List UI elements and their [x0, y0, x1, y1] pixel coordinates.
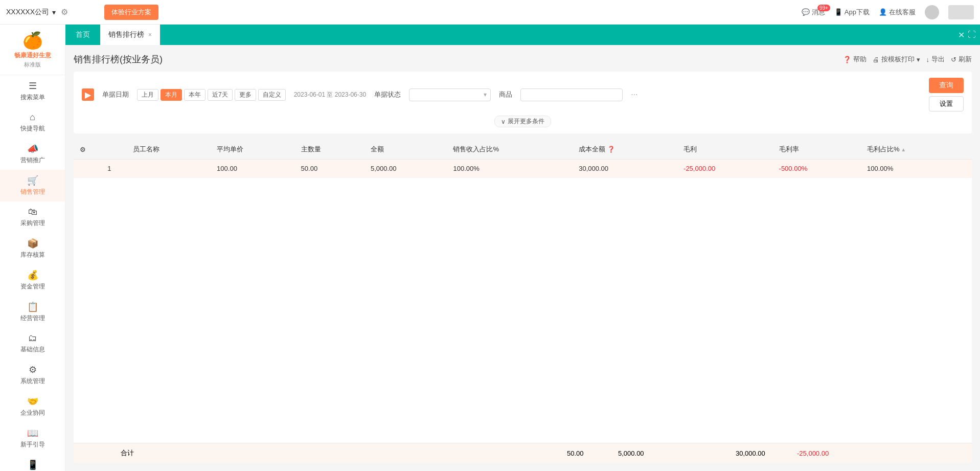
- th-name: 员工名称: [127, 140, 211, 160]
- guide-icon: 📖: [27, 428, 38, 439]
- sidebar-item-finance[interactable]: 💰 资金管理: [0, 264, 65, 296]
- help-icon: ❓: [843, 56, 851, 63]
- period-more[interactable]: 更多: [235, 89, 256, 101]
- company-dropdown-icon[interactable]: ▾: [52, 8, 56, 16]
- goods-label: 商品: [499, 90, 512, 99]
- sidebar-item-label: 资金管理: [20, 282, 45, 291]
- tab-close-window-icon[interactable]: ✕: [958, 30, 965, 40]
- sidebar-item-shortcut[interactable]: ⌂ 快捷导航: [0, 107, 65, 138]
- sidebar-item-inventory[interactable]: 📦 库存核算: [0, 233, 65, 264]
- page-actions: ❓ 帮助 🖨 按模板打印 ▾ ↓ 导出 ↺ 刷新: [843, 55, 972, 64]
- enterprise-icon: 🤝: [27, 396, 38, 407]
- search-menu-icon: ☰: [29, 80, 37, 92]
- company-selector[interactable]: XXXXXX公司 ▾ ⚙: [6, 7, 98, 17]
- tab-expand-icon[interactable]: ⛶: [968, 30, 976, 39]
- cell-amount: 5,000.00: [364, 160, 447, 178]
- sidebar-item-operations[interactable]: 📋 经营管理: [0, 296, 65, 328]
- footer-label: 合计: [121, 448, 516, 458]
- more-conditions-dots[interactable]: ···: [631, 90, 637, 99]
- settings-btn[interactable]: 设置: [929, 96, 964, 111]
- print-btn[interactable]: 🖨 按模板打印 ▾: [873, 55, 920, 64]
- help-btn[interactable]: ❓ 帮助: [843, 55, 867, 64]
- settings-icon[interactable]: ⚙: [61, 7, 68, 17]
- cost-help-icon[interactable]: ❓: [607, 146, 615, 153]
- period-current-month[interactable]: 本月: [161, 89, 182, 101]
- filter-row: ▶ 单据日期 上月 本月 本年 近7天 更多 自定义 2023-06-01 至 …: [82, 78, 964, 111]
- period-7days[interactable]: 近7天: [208, 89, 233, 101]
- sidebar-item-system[interactable]: ⚙ 系统管理: [0, 359, 65, 391]
- sidebar-item-enterprise[interactable]: 🤝 企业协同: [0, 391, 65, 422]
- status-select-wrapper[interactable]: [409, 88, 491, 101]
- period-buttons: 上月 本月 本年 近7天 更多 自定义: [137, 89, 286, 101]
- goods-input[interactable]: [520, 88, 623, 101]
- print-icon: 🖨: [873, 56, 879, 63]
- print-dropdown-icon[interactable]: ▾: [917, 56, 920, 63]
- avatar[interactable]: [925, 5, 939, 19]
- sidebar-item-sales[interactable]: 🛒 销售管理: [0, 170, 65, 201]
- tab-close-icon[interactable]: ×: [148, 31, 152, 38]
- export-btn[interactable]: ↓ 导出: [926, 55, 945, 64]
- refresh-btn[interactable]: ↺ 刷新: [951, 55, 972, 64]
- sidebar-item-label: 基础信息: [20, 345, 45, 354]
- logo-title: 畅康通好生意: [14, 51, 51, 60]
- th-settings: ⚙: [74, 140, 92, 160]
- service-icon: 👤: [879, 8, 887, 16]
- sidebar-item-search[interactable]: ☰ 搜索菜单: [0, 75, 65, 107]
- logo-icon: 🍊: [22, 31, 43, 50]
- period-prev-month[interactable]: 上月: [137, 89, 158, 101]
- footer-qty: 50.00: [567, 450, 618, 457]
- experience-btn[interactable]: 体验行业方案: [104, 5, 158, 20]
- status-select[interactable]: [409, 88, 491, 101]
- filter-toggle-btn[interactable]: ▶: [82, 88, 94, 101]
- cell-rank: 1: [92, 160, 127, 178]
- system-icon: ⚙: [29, 364, 37, 375]
- purchase-icon: 🛍: [28, 207, 37, 217]
- sidebar-item-label: 新手引导: [20, 440, 45, 449]
- tab-label: 销售排行榜: [108, 30, 144, 39]
- th-amount: 全额: [364, 140, 447, 160]
- table-body: 1 100.00 50.00 5,000.00 100.00% 30,000.0…: [74, 160, 972, 178]
- expand-icon: ∨: [501, 118, 506, 125]
- sidebar-item-purchase[interactable]: 🛍 采购管理: [0, 201, 65, 233]
- th-sales-pct: 销售收入占比%: [447, 140, 573, 160]
- message-badge: 99+: [817, 5, 830, 11]
- tab-home[interactable]: 首页: [65, 25, 100, 45]
- query-btn[interactable]: 查询: [929, 78, 964, 93]
- column-settings-icon[interactable]: ⚙: [80, 146, 86, 153]
- refresh-icon: ↺: [951, 56, 956, 63]
- status-label: 单据状态: [374, 90, 401, 99]
- main-layout: 🍊 畅康通好生意 标准版 ☰ 搜索菜单 ⌂ 快捷导航 📣 营销推广 🛒 销售管理…: [0, 25, 980, 471]
- sidebar-item-guide[interactable]: 📖 新手引导: [0, 422, 65, 454]
- th-gross-rate: 毛利率: [773, 140, 861, 160]
- period-custom[interactable]: 自定义: [258, 89, 286, 101]
- sidebar-item-basic[interactable]: 🗂 基础信息: [0, 328, 65, 359]
- tab-bar: 首页 销售排行榜 × ✕ ⛶: [65, 25, 980, 45]
- th-cost: 成本全额 ❓: [573, 140, 677, 160]
- cell-qty: 50.00: [295, 160, 364, 178]
- sidebar-logo: 🍊 畅康通好生意 标准版: [0, 25, 65, 75]
- message-btn[interactable]: 💬 消息 99+: [802, 8, 825, 17]
- cell-gross-pct: 100.00%: [861, 160, 972, 178]
- cell-gross-rate: -500.00%: [773, 160, 861, 178]
- page-content: 销售排行榜(按业务员) ❓ 帮助 🖨 按模板打印 ▾ ↓ 导出: [65, 45, 980, 471]
- inventory-icon: 📦: [27, 238, 38, 249]
- app-icon: 📱: [834, 8, 842, 16]
- sidebar-item-label: 搜索菜单: [20, 93, 45, 102]
- company-name: XXXXXX公司: [6, 8, 49, 17]
- expand-row: ∨ 展开更多条件: [82, 116, 964, 127]
- th-gross: 毛利: [677, 140, 773, 160]
- username[interactable]: [948, 5, 974, 19]
- table-scroll[interactable]: ⚙ 员工名称 平均单价 主数量 全额 销售收入占比% 成本全额 ❓: [74, 140, 972, 443]
- expand-conditions-btn[interactable]: ∨ 展开更多条件: [494, 116, 551, 127]
- th-rank: [92, 140, 127, 160]
- period-current-year[interactable]: 本年: [184, 89, 206, 101]
- logo-subtitle: 标准版: [24, 61, 41, 69]
- sidebar-item-label: 企业协同: [20, 409, 45, 417]
- app-download-btn[interactable]: 📱 App下载: [834, 8, 870, 17]
- sidebar-item-label: 系统管理: [20, 377, 45, 386]
- online-service-btn[interactable]: 👤 在线客服: [879, 8, 916, 17]
- query-actions: 查询 设置: [929, 78, 964, 111]
- sidebar-item-marketing[interactable]: 📣 营销推广: [0, 138, 65, 170]
- tab-sales-ranking[interactable]: 销售排行榜 ×: [100, 25, 160, 45]
- sidebar-item-apps[interactable]: 📱 应用中心: [0, 454, 65, 471]
